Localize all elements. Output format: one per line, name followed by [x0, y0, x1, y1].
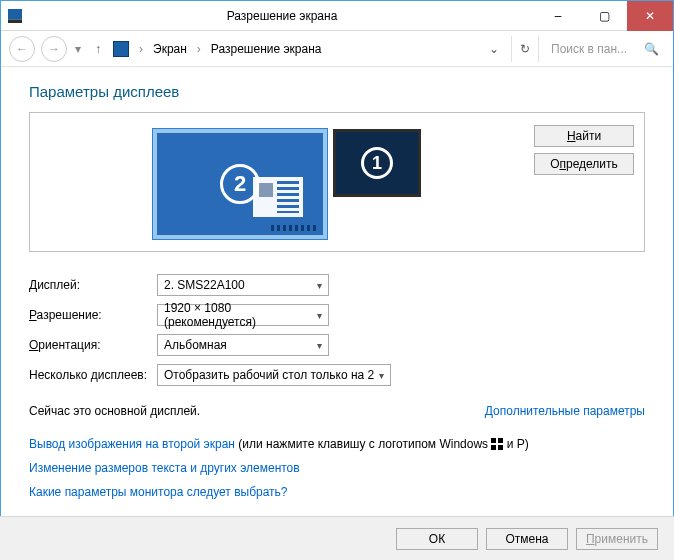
location-icon — [113, 41, 129, 57]
search-placeholder: Поиск в пан... — [551, 42, 627, 56]
svg-rect-1 — [8, 19, 22, 23]
crumb-sep-icon: › — [135, 42, 147, 56]
help-links: Вывод изображения на второй экран (или н… — [29, 432, 645, 504]
search-icon: 🔍 — [644, 42, 665, 56]
orientation-select[interactable]: Альбомная ▾ — [157, 334, 329, 356]
crumb-sep-icon: › — [193, 42, 205, 56]
multi-display-select[interactable]: Отобразить рабочий стол только на 2 ▾ — [157, 364, 391, 386]
window-title: Разрешение экрана — [29, 9, 535, 23]
address-dropdown-icon[interactable]: ⌄ — [483, 42, 505, 56]
project-hint-text: (или нажмите клавишу с логотипом Windows — [238, 437, 491, 451]
breadcrumb-current[interactable]: Разрешение экрана — [211, 42, 322, 56]
cancel-button[interactable]: Отмена — [486, 528, 568, 550]
monitor-help-link[interactable]: Какие параметры монитора следует выбрать… — [29, 480, 645, 504]
search-input[interactable]: Поиск в пан... 🔍 — [545, 36, 665, 62]
multi-display-label: Несколько дисплеев: — [29, 368, 157, 382]
display-value: 2. SMS22A100 — [164, 278, 245, 292]
resolution-value: 1920 × 1080 (рекомендуется) — [164, 301, 317, 329]
monitor-decoration-icon — [253, 177, 303, 217]
ok-button[interactable]: ОК — [396, 528, 478, 550]
app-icon — [1, 9, 29, 23]
identify-button[interactable]: Определить — [534, 153, 634, 175]
project-second-screen-link[interactable]: Вывод изображения на второй экран — [29, 437, 235, 451]
chevron-down-icon: ▾ — [379, 370, 384, 381]
apply-button: Применить — [576, 528, 658, 550]
close-button[interactable]: ✕ — [627, 1, 673, 31]
page-title: Параметры дисплеев — [29, 83, 645, 100]
history-chevron-icon[interactable]: ▾ — [73, 42, 83, 56]
chevron-down-icon: ▾ — [317, 310, 322, 321]
display-select[interactable]: 2. SMS22A100 ▾ — [157, 274, 329, 296]
dialog-footer: ОК Отмена Применить — [0, 516, 674, 560]
settings-form: Дисплей: 2. SMS22A100 ▾ Разрешение: 1920… — [29, 270, 645, 390]
window-controls: – ▢ ✕ — [535, 1, 673, 31]
find-button[interactable]: Найти — [534, 125, 634, 147]
maximize-button[interactable]: ▢ — [581, 1, 627, 31]
display-label: Дисплей: — [29, 278, 157, 292]
project-hint-text2: и P) — [507, 437, 529, 451]
breadcrumb-parent[interactable]: Экран — [153, 42, 187, 56]
windows-logo-icon — [491, 438, 503, 450]
resolution-select[interactable]: 1920 × 1080 (рекомендуется) ▾ — [157, 304, 329, 326]
forward-button[interactable]: → — [41, 36, 67, 62]
refresh-button[interactable]: ↻ — [511, 36, 539, 62]
up-button[interactable]: ↑ — [89, 42, 107, 56]
monitor-number: 1 — [361, 147, 393, 179]
primary-display-status: Сейчас это основной дисплей. — [29, 404, 200, 418]
toolbar: ← → ▾ ↑ › Экран › Разрешение экрана ⌄ ↻ … — [1, 31, 673, 67]
advanced-settings-link[interactable]: Дополнительные параметры — [485, 404, 645, 418]
text-size-link[interactable]: Изменение размеров текста и других элеме… — [29, 456, 645, 480]
content: Параметры дисплеев 2 1 Найти Определить … — [1, 67, 673, 508]
orientation-label: Ориентация: — [29, 338, 157, 352]
chevron-down-icon: ▾ — [317, 280, 322, 291]
back-button[interactable]: ← — [9, 36, 35, 62]
monitor-2[interactable]: 2 — [153, 129, 327, 239]
titlebar: Разрешение экрана – ▢ ✕ — [1, 1, 673, 31]
monitor-1[interactable]: 1 — [333, 129, 421, 197]
chevron-down-icon: ▾ — [317, 340, 322, 351]
svg-rect-0 — [8, 9, 22, 20]
orientation-value: Альбомная — [164, 338, 227, 352]
minimize-button[interactable]: – — [535, 1, 581, 31]
multi-display-value: Отобразить рабочий стол только на 2 — [164, 368, 374, 382]
resolution-label: Разрешение: — [29, 308, 157, 322]
display-preview: 2 1 Найти Определить — [29, 112, 645, 252]
